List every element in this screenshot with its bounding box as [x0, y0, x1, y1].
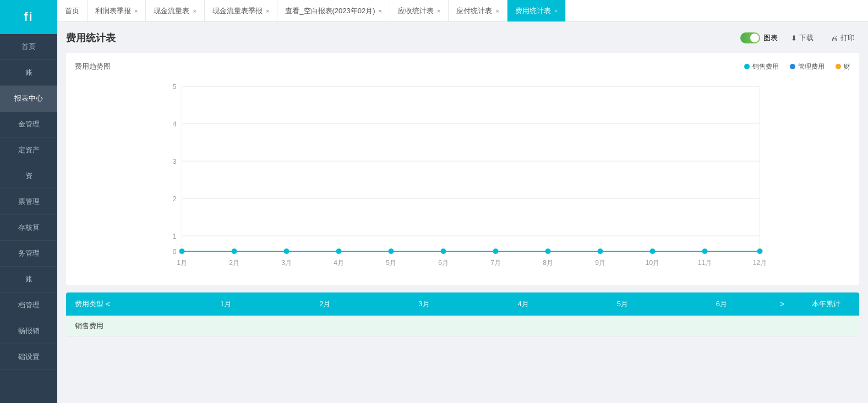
cell-apr-sales [474, 316, 573, 336]
svg-point-25 [757, 249, 763, 254]
legend-finance: 财 [836, 62, 850, 71]
legend-label-finance: 财 [844, 62, 850, 71]
sidebar-item-settings[interactable]: 础设置 [0, 344, 57, 370]
sidebar-item-invoices[interactable]: 票管理 [0, 189, 57, 215]
svg-text:0: 0 [173, 248, 177, 256]
cell-jun-sales [672, 316, 771, 336]
sidebar-item-home[interactable]: 首页 [0, 34, 57, 60]
col-may: 5月 [573, 292, 672, 316]
table-row-sales: 销售费用 [66, 316, 859, 337]
svg-text:9月: 9月 [595, 259, 605, 267]
chart-container: 费用趋势图 销售费用 管理费用 财 [66, 53, 859, 285]
svg-point-22 [598, 249, 603, 254]
tab-close-payable[interactable]: × [495, 0, 499, 22]
nav-prev-arrow[interactable]: < [103, 300, 112, 308]
svg-text:2月: 2月 [229, 259, 239, 267]
chart-title: 费用趋势图 [75, 62, 111, 71]
svg-point-18 [389, 249, 394, 254]
tab-bar: 首页 利润表季报 × 现金流量表 × 现金流量表季报 × 查看_空白报表(202… [57, 0, 868, 22]
tab-close-cashflow[interactable]: × [193, 0, 196, 22]
chart-toggle-label: 图表 [763, 33, 778, 43]
chart-toggle[interactable] [740, 32, 760, 43]
chart-area: 5 4 3 2 1 0 [75, 78, 850, 276]
col-nav-next[interactable]: > [771, 292, 793, 316]
sidebar-item-ledger[interactable]: 账 [0, 60, 57, 86]
svg-text:8月: 8月 [543, 259, 553, 267]
download-button[interactable]: ⬇ 下载 [787, 31, 818, 45]
tab-expense-stats[interactable]: 费用统计表 × [507, 0, 566, 22]
print-button[interactable]: 🖨 打印 [827, 31, 859, 45]
svg-point-15 [232, 249, 237, 254]
col-ytd: 本年累计 [793, 292, 859, 316]
page-content: 费用统计表 图表 ⬇ 下载 🖨 打印 费用趋势图 [57, 22, 868, 403]
svg-point-20 [493, 249, 499, 254]
tab-close-cashflow-quarterly[interactable]: × [266, 0, 269, 22]
legend-sales: 销售费用 [744, 62, 779, 71]
col-feb: 2月 [275, 292, 374, 316]
svg-point-17 [336, 249, 342, 254]
tab-close-expense-stats[interactable]: × [554, 0, 558, 22]
chart-svg: 5 4 3 2 1 0 [75, 78, 850, 276]
svg-text:2: 2 [173, 195, 177, 203]
col-mar: 3月 [374, 292, 473, 316]
page-title: 费用统计表 [66, 31, 116, 45]
svg-text:5月: 5月 [386, 259, 396, 267]
svg-text:10月: 10月 [646, 259, 659, 267]
svg-text:4: 4 [173, 120, 177, 128]
sidebar-item-account[interactable]: 账 [0, 267, 57, 292]
col-type: 费用类型 < [66, 292, 176, 316]
page-header: 费用统计表 图表 ⬇ 下载 🖨 打印 [66, 31, 859, 45]
cell-type-sales: 销售费用 [66, 316, 176, 336]
sidebar-logo: fi [0, 0, 57, 34]
sidebar-item-archive[interactable]: 档管理 [0, 292, 57, 318]
tab-cashflow[interactable]: 现金流量表 × [146, 0, 204, 22]
col-apr: 4月 [474, 292, 573, 316]
sidebar-item-business[interactable]: 务管理 [0, 241, 57, 267]
cell-feb-sales [275, 316, 374, 336]
cell-ytd-sales [793, 316, 859, 336]
cell-may-sales [573, 316, 672, 336]
legend-label-admin: 管理费用 [798, 62, 825, 71]
svg-text:7月: 7月 [490, 259, 501, 267]
nav-next-arrow[interactable]: > [778, 300, 787, 308]
svg-point-21 [545, 249, 551, 254]
svg-point-14 [179, 249, 185, 254]
tab-close-receivable[interactable]: × [437, 0, 440, 22]
cell-nav-sales [771, 316, 793, 336]
sidebar-item-reports[interactable]: 报表中心 [0, 86, 57, 112]
legend-dot-admin [790, 64, 795, 69]
sidebar-item-inventory[interactable]: 存核算 [0, 215, 57, 241]
svg-text:11月: 11月 [698, 259, 712, 267]
tab-close-profit-quarterly[interactable]: × [134, 0, 138, 22]
tab-cashflow-quarterly[interactable]: 现金流量表季报 × [205, 0, 277, 22]
chart-legend: 销售费用 管理费用 财 [744, 62, 850, 71]
chart-header: 费用趋势图 销售费用 管理费用 财 [75, 62, 850, 71]
tab-blank-report[interactable]: 查看_空白报表(2023年02月) × [277, 0, 390, 22]
svg-point-24 [702, 249, 708, 254]
tab-home[interactable]: 首页 [57, 0, 88, 22]
header-actions: 图表 ⬇ 下载 🖨 打印 [740, 31, 859, 45]
sidebar-item-finance[interactable]: 金管理 [0, 112, 57, 137]
sidebar-item-investment[interactable]: 资 [0, 163, 57, 189]
print-icon: 🖨 [831, 34, 838, 42]
legend-dot-finance [836, 64, 841, 69]
main-area: 首页 利润表季报 × 现金流量表 × 现金流量表季报 × 查看_空白报表(202… [57, 0, 868, 403]
legend-dot-sales [744, 64, 750, 69]
svg-text:4月: 4月 [334, 259, 344, 267]
cell-mar-sales [374, 316, 473, 336]
tab-payable[interactable]: 应付统计表 × [449, 0, 507, 22]
svg-text:12月: 12月 [753, 259, 767, 267]
tab-receivable[interactable]: 应收统计表 × [390, 0, 449, 22]
svg-text:6月: 6月 [438, 259, 449, 267]
sidebar-item-assets[interactable]: 定资产 [0, 137, 57, 163]
legend-label-sales: 销售费用 [752, 62, 779, 71]
legend-admin: 管理费用 [790, 62, 825, 71]
svg-text:5: 5 [173, 83, 177, 91]
tab-close-blank-report[interactable]: × [379, 0, 382, 22]
sidebar-item-expense[interactable]: 畅报销 [0, 318, 57, 344]
col-jan: 1月 [176, 292, 275, 316]
download-icon: ⬇ [791, 34, 797, 42]
svg-text:1月: 1月 [177, 259, 187, 267]
tab-profit-quarterly[interactable]: 利润表季报 × [88, 0, 146, 22]
svg-text:3月: 3月 [281, 259, 292, 267]
